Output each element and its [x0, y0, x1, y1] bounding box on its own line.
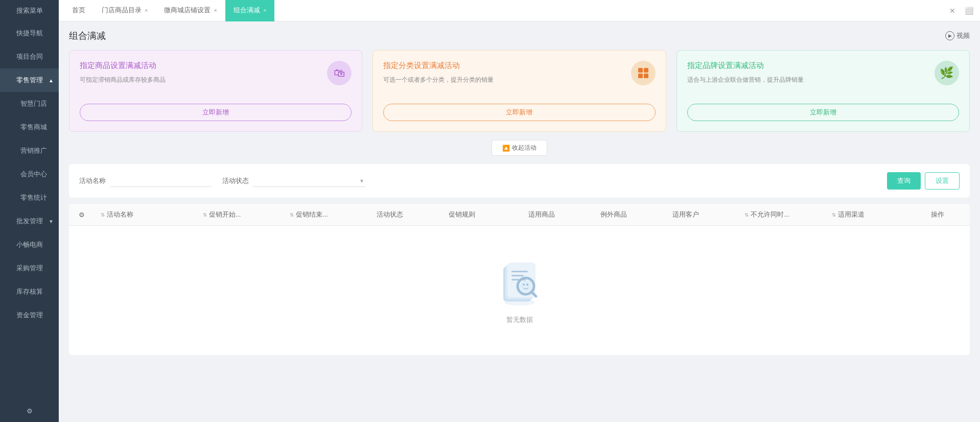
- activity-name-input[interactable]: [110, 175, 212, 187]
- sidebar-search[interactable]: 搜索菜单: [0, 0, 59, 21]
- sidebar-item-xiaochang-ecom[interactable]: 小畅电商: [0, 233, 59, 256]
- search-label: 搜索菜单: [16, 7, 43, 14]
- sidebar-item-label: 零售商城: [20, 123, 47, 131]
- sidebar-item-label: 资金管理: [16, 311, 43, 319]
- svg-point-15: [526, 284, 528, 286]
- sidebar-item-label: 项目合同: [16, 53, 43, 60]
- sidebar-item-quick-nav[interactable]: 快捷导航: [0, 21, 59, 45]
- category-card-add-button[interactable]: 立即新增: [383, 104, 655, 121]
- sidebar-item-retail-stats[interactable]: 零售统计: [0, 186, 59, 209]
- gear-icon: ⚙: [27, 407, 33, 415]
- product-card-add-button[interactable]: 立即新增: [80, 104, 352, 121]
- svg-point-14: [523, 284, 525, 286]
- window-controls: ✕ ⬜: [946, 5, 975, 17]
- sidebar-item-project-contract[interactable]: 项目合同: [0, 45, 59, 68]
- sort-icon[interactable]: ⇅: [290, 212, 294, 218]
- svg-rect-2: [638, 74, 643, 78]
- collapse-up-icon: 🔼: [502, 145, 510, 152]
- th-start-label: 促销开始...: [209, 210, 241, 219]
- th-notallow-label: 不允许同时...: [751, 210, 789, 219]
- svg-rect-1: [644, 68, 648, 73]
- activity-status-select-value[interactable]: [253, 175, 360, 186]
- sidebar-item-inventory-settle[interactable]: 库存核算: [0, 280, 59, 303]
- product-discount-card: 🛍 指定商品设置满减活动 可指定滞销商品或库存较多商品 立即新增: [69, 50, 362, 132]
- category-card-desc: 可选一个或者多个分类，提升分类的销量: [383, 76, 655, 96]
- tab-store-catalog[interactable]: 门店商品目录 ×: [94, 0, 156, 21]
- th-customer: 适用客户: [666, 210, 738, 219]
- sidebar-item-purchase-mgmt[interactable]: 采购管理: [0, 256, 59, 280]
- th-goods-label: 适用商品: [528, 210, 555, 219]
- sidebar-item-wholesale-mgmt[interactable]: 批发管理 ▼: [0, 209, 59, 233]
- brand-card-icon: 🌿: [935, 61, 959, 85]
- svg-rect-0: [638, 68, 643, 73]
- settings-gear-icon[interactable]: ⚙: [79, 211, 85, 219]
- sidebar-item-label: 零售统计: [20, 194, 47, 201]
- brand-card-desc: 适合与上游企业联合做营销，提升品牌销量: [687, 76, 959, 96]
- tab-close-icon[interactable]: ×: [145, 7, 148, 13]
- th-start: ⇅ 促销开始...: [197, 210, 284, 219]
- th-action: 操作: [905, 210, 970, 219]
- sidebar-item-label: 批发管理: [16, 217, 43, 225]
- table-container: ⚙ ⇅ 活动名称 ⇅ 促销开始... ⇅ 促销结束... 活动状态: [69, 204, 970, 355]
- svg-point-12: [520, 280, 531, 292]
- sidebar-item-retail-mgmt[interactable]: 零售管理 ▲: [0, 68, 59, 92]
- collapse-button[interactable]: 🔼 收起活动: [492, 140, 547, 156]
- page-header: 组合满减 ▶ 视频: [69, 30, 970, 42]
- query-button[interactable]: 查询: [887, 172, 921, 190]
- empty-illustration: [494, 256, 545, 309]
- sort-icon[interactable]: ⇅: [744, 212, 749, 218]
- tab-close-icon[interactable]: ×: [214, 7, 217, 13]
- sidebar-item-smart-store[interactable]: 智慧门店: [0, 92, 59, 115]
- activity-status-filter: 活动状态 ▾: [222, 175, 365, 187]
- main-content: 首页 门店商品目录 × 微商城店铺设置 × 组合满减 × ✕ ⬜ 组合满减: [59, 0, 980, 422]
- activity-name-filter: 活动名称: [79, 175, 212, 187]
- set-button[interactable]: 设置: [925, 172, 960, 190]
- close-window-button[interactable]: ✕: [946, 5, 959, 17]
- th-status: 活动状态: [370, 210, 442, 219]
- th-notallow: ⇅ 不允许同时...: [738, 210, 825, 219]
- sidebar-item-label: 采购管理: [16, 264, 43, 272]
- brand-card-title: 指定品牌设置满减活动: [687, 61, 959, 71]
- collapse-label: 收起活动: [512, 144, 536, 152]
- tab-wechat-store[interactable]: 微商城店铺设置 ×: [156, 0, 225, 21]
- th-settings: ⚙: [69, 211, 95, 219]
- empty-state: 暂无数据: [69, 226, 970, 355]
- sort-icon[interactable]: ⇅: [832, 212, 836, 218]
- close-icon: ✕: [949, 7, 955, 15]
- tab-label: 组合满减: [234, 6, 260, 15]
- empty-text: 暂无数据: [506, 315, 533, 324]
- video-link[interactable]: ▶ 视频: [945, 31, 970, 40]
- brand-card-add-button[interactable]: 立即新增: [687, 104, 959, 121]
- sidebar-item-label: 小畅电商: [16, 241, 43, 248]
- tab-label: 首页: [72, 6, 85, 15]
- expand-icon: ▲: [49, 78, 54, 83]
- tab-label: 微商城店铺设置: [164, 6, 211, 15]
- sidebar-item-member-center[interactable]: 会员中心: [0, 162, 59, 186]
- sidebar-item-label: 智慧门店: [20, 100, 47, 107]
- tab-home[interactable]: 首页: [64, 0, 94, 21]
- th-name-label: 活动名称: [107, 210, 133, 219]
- tab-close-icon[interactable]: ×: [263, 7, 266, 13]
- sidebar-item-label: 营销推广: [20, 147, 47, 154]
- sort-icon[interactable]: ⇅: [203, 212, 207, 218]
- settings-button[interactable]: ⚙: [0, 400, 59, 422]
- sidebar-item-fund-mgmt[interactable]: 资金管理: [0, 303, 59, 327]
- th-goods: 适用商品: [522, 210, 594, 219]
- chevron-down-icon: ▾: [360, 177, 365, 184]
- maximize-icon: ⬜: [965, 7, 973, 15]
- th-channel: ⇅ 适用渠道: [826, 210, 905, 219]
- sidebar-item-retail-mall[interactable]: 零售商城: [0, 115, 59, 139]
- sidebar-item-label: 零售管理: [16, 76, 43, 84]
- maximize-window-button[interactable]: ⬜: [963, 5, 975, 17]
- tab-bar: 首页 门店商品目录 × 微商城店铺设置 × 组合满减 × ✕ ⬜: [59, 0, 980, 21]
- th-action-label: 操作: [931, 210, 944, 219]
- product-card-desc: 可指定滞销商品或库存较多商品: [80, 76, 352, 96]
- sidebar-item-marketing[interactable]: 营销推广: [0, 139, 59, 162]
- th-customer-label: 适用客户: [672, 210, 699, 219]
- video-label: 视频: [956, 31, 970, 40]
- sidebar-item-label: 快捷导航: [16, 29, 43, 37]
- sidebar-item-label: 会员中心: [20, 170, 47, 178]
- sort-icon[interactable]: ⇅: [101, 212, 105, 218]
- tab-combo-discount[interactable]: 组合满减 ×: [225, 0, 274, 21]
- filter-bar: 活动名称 活动状态 ▾ 查询 设置: [69, 164, 970, 198]
